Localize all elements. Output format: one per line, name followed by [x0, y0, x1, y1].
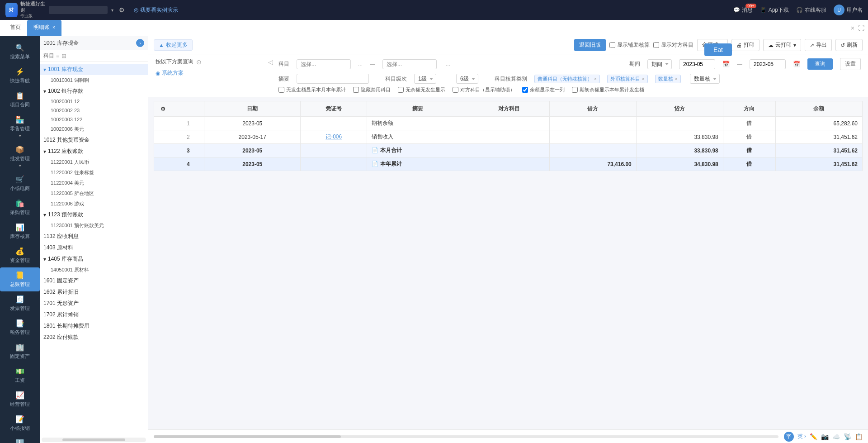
tree-item-1123[interactable]: ▾ 1123 预付账款 [40, 209, 148, 220]
period-from-input[interactable] [679, 59, 715, 69]
sidebar-item-wholesale[interactable]: 📦 批发管理 ▾ [0, 142, 40, 171]
window-title-input[interactable] [49, 6, 108, 14]
sidebar-item-business[interactable]: 📈 经营管理 [0, 387, 40, 411]
tab-home[interactable]: 首页 [4, 20, 27, 36]
tree-item-11220004[interactable]: 11220004 美元 [40, 178, 148, 188]
tree-item-1601[interactable]: 1601 固定资产 [40, 275, 148, 286]
refresh-btn[interactable]: ↺ 刷新 [835, 39, 863, 51]
sidebar-item-search[interactable]: 🔍 搜索菜单 [0, 40, 40, 64]
signal-icon[interactable]: 📡 [844, 433, 851, 440]
cb-hide-disabled-input[interactable] [353, 87, 359, 93]
tree-item-1122[interactable]: ▾ 1122 应收账款 [40, 146, 148, 157]
cb-balance-one-col[interactable]: 余额显示在一列 [522, 86, 565, 93]
show-counterpart-checkbox[interactable] [653, 42, 659, 48]
show-auxiliary-checkbox[interactable] [609, 42, 615, 48]
tree-item-10020006[interactable]: 10020006 美元 [40, 124, 148, 134]
level-from-select[interactable]: 1级 2级 3级 [414, 74, 436, 84]
message-btn[interactable]: 💬 消息 99+ [733, 6, 753, 14]
cb-no-balance-show[interactable]: 无余额无发生显示 [398, 86, 445, 93]
cloud-icon[interactable]: ☁️ [832, 433, 840, 440]
cloud-print-btn[interactable]: ☁ 云打印 ▾ [763, 39, 801, 51]
quantity-select[interactable]: 数量核 [690, 74, 720, 84]
tab-expand-icon[interactable]: ⛶ [858, 24, 864, 32]
print-btn[interactable]: 🖨 打印 [731, 39, 760, 51]
cb-opening-show[interactable]: 期初余额显示本年累计发生额 [572, 86, 644, 93]
tree-item-1602[interactable]: 1602 累计折旧 [40, 286, 148, 298]
cb-no-balance[interactable]: 无发生额显示本月本年累计 [278, 86, 346, 93]
sidebar-item-general-ledger[interactable]: 📒 总账管理 [0, 267, 40, 291]
tree-item-1403[interactable]: 1403 原材料 [40, 242, 148, 253]
tree-item-1702[interactable]: 1702 累计摊销 [40, 309, 148, 320]
user-avatar-area[interactable]: U 用户名 [834, 5, 863, 15]
tree-grid-icon[interactable]: ⊞ [61, 52, 66, 59]
period-type-select[interactable]: 期间 [647, 59, 672, 69]
scheme-settings-icon[interactable]: ⊙ [196, 58, 202, 66]
cb-balance-one-col-input[interactable] [522, 87, 528, 93]
lang-btn[interactable]: 英 › [797, 433, 806, 440]
type-tag-1-close[interactable]: × [594, 76, 597, 81]
window-dropdown-arrow[interactable]: ▾ [111, 8, 113, 13]
tree-item-11220006[interactable]: 11220006 游戏 [40, 199, 148, 209]
cb-hide-disabled[interactable]: 隐藏禁用科目 [353, 86, 391, 93]
show-auxiliary-label[interactable]: 显示辅助核算 [609, 41, 650, 49]
clipboard-icon[interactable]: 📋 [855, 433, 863, 440]
tree-item-11220002[interactable]: 11220002 往来标签 [40, 167, 148, 178]
eat-button[interactable]: Eat [704, 43, 732, 56]
level-to-select[interactable]: 6级 5级 4级 [456, 74, 478, 84]
account-nav-btn[interactable]: › [136, 39, 144, 47]
show-counterpart-label[interactable]: 显示对方科目 [653, 41, 693, 49]
sidebar-item-payroll[interactable]: 💵 工资 [0, 363, 40, 387]
sidebar-item-tax[interactable]: 📑 税务管理 [0, 315, 40, 339]
tree-item-1012[interactable]: 1012 其他货币资金 [40, 134, 148, 146]
expand-more-btn[interactable]: ▲ 收起更多 [154, 39, 193, 51]
cb-counterpart-show-input[interactable] [453, 87, 458, 93]
cb-opening-show-input[interactable] [572, 87, 578, 93]
subject-input[interactable] [297, 59, 351, 69]
tree-item-10020001[interactable]: 10020001 12 [40, 97, 148, 106]
tree-item-1132[interactable]: 1132 应收利息 [40, 231, 148, 242]
top-settings-icon[interactable]: ⚙ [119, 6, 125, 14]
sidebar-item-ecommerce[interactable]: 🛒 小畅电商 [0, 171, 40, 195]
cb-no-balance-show-input[interactable] [398, 87, 404, 93]
tree-item-1405[interactable]: ▾ 1405 库存商品 [40, 253, 148, 265]
sidebar-item-quick-nav[interactable]: ⚡ 快捷导航 [0, 64, 40, 88]
sidebar-item-retail[interactable]: 🏪 零售管理 ▾ [0, 112, 40, 142]
tree-item-10020003[interactable]: 10020003 122 [40, 115, 148, 124]
sidebar-item-fixed-assets[interactable]: 🏢 固定资产 [0, 339, 40, 363]
translate-btn[interactable]: 字 [784, 432, 794, 442]
summary-input[interactable] [297, 74, 369, 84]
tree-item-14050001[interactable]: 14050001 原材料 [40, 265, 148, 275]
tree-item-2202[interactable]: 2202 应付账款 [40, 332, 148, 343]
tree-item-1002[interactable]: ▾ 1002 银行存款 [40, 86, 148, 97]
cb-counterpart-show[interactable]: 对方科目（显示辅助项） [453, 86, 515, 93]
demo-link[interactable]: ◎ 我要看实例演示 [134, 6, 178, 14]
query-btn[interactable]: 查询 [807, 58, 833, 70]
tree-item-1801[interactable]: 1801 长期待摊费用 [40, 320, 148, 332]
sidebar-item-inventory[interactable]: 📊 库存核算 [0, 219, 40, 243]
cell-voucher-2[interactable]: 记-006 [301, 130, 367, 144]
tree-item-11230001[interactable]: 11230001 预付账款美元 [40, 220, 148, 231]
sidebar-item-purchase[interactable]: 🛍️ 采购管理 [0, 195, 40, 219]
sidebar-item-sales[interactable]: 📝 小畅报销 [0, 411, 40, 435]
tree-item-11220001[interactable]: 11220001 人民币 [40, 157, 148, 167]
tree-list-icon[interactable]: ≡ [56, 52, 60, 59]
tree-item-10020002[interactable]: 10020002 23 [40, 106, 148, 115]
th-settings[interactable]: ⚙ [154, 101, 172, 117]
type-tag-2-close[interactable]: × [642, 76, 645, 81]
app-download-btn[interactable]: 📱 App下载 [760, 6, 789, 14]
edit-icon[interactable]: ✏️ [810, 433, 817, 440]
tree-item-1701[interactable]: 1701 无形资产 [40, 298, 148, 309]
tree-item-10010001[interactable]: 10010001 词啊啊 [40, 75, 148, 86]
sidebar-item-invoice[interactable]: 🧾 发票管理 [0, 291, 40, 315]
calendar-from-icon[interactable]: 📅 [722, 61, 730, 67]
sidebar-item-base-info[interactable]: ℹ️ 基础信息 [0, 435, 40, 443]
camera-icon[interactable]: 📷 [821, 433, 829, 440]
table-settings-icon[interactable]: ⚙ [160, 106, 165, 112]
sidebar-item-capital[interactable]: 💰 资金管理 [0, 243, 40, 267]
online-service-btn[interactable]: 🎧 在线客服 [796, 6, 826, 14]
tab-detail-close[interactable]: × [52, 25, 55, 30]
setting-btn[interactable]: 设置 [840, 58, 861, 70]
calendar-to-icon[interactable]: 📅 [793, 61, 800, 67]
export-btn[interactable]: ↗ 导出 [805, 39, 832, 51]
collapse-arrow-icon[interactable]: ◁ [268, 58, 273, 66]
